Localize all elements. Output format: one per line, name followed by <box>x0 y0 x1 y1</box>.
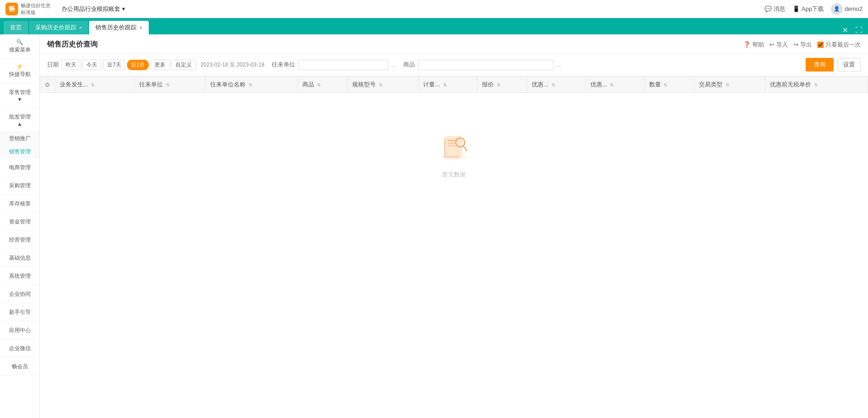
sidebar-item-member[interactable]: 畅会员 <box>0 357 39 375</box>
top-bar-right: 💬 消息 📱 App下载 👤 demo2 <box>764 3 863 15</box>
sidebar-item-search-menu[interactable]: 🔍 搜索菜单 <box>0 34 39 59</box>
th-product: 商品 ⇅ <box>297 77 347 93</box>
sort-icon-discount1[interactable]: ⇅ <box>552 82 555 87</box>
download-icon: 📱 <box>793 5 800 12</box>
sort-icon-discount2[interactable]: ⇅ <box>610 82 613 87</box>
close-purchase-tab-icon[interactable]: × <box>79 25 82 30</box>
sort-icon-unit[interactable]: ⇅ <box>443 82 447 87</box>
th-trade-type: 交易类型 ⇅ <box>694 77 765 93</box>
tab-bar: 首页 采购历史价跟踪 × 销售历史价跟踪 × ✕ ⛶ <box>0 18 868 34</box>
logo-icon: 畅 <box>5 3 18 15</box>
th-unit: 计量... ⇅ <box>419 77 477 93</box>
date-btn-last7days[interactable]: 近7天 <box>103 60 125 70</box>
import-button[interactable]: ↩ 导入 <box>769 41 788 49</box>
th-settings: ⚙ <box>40 77 55 93</box>
logo-area: 畅 畅捷信好生意 标准版 <box>5 2 51 15</box>
product-filter-group: 商品 ... <box>403 60 561 70</box>
date-btn-today[interactable]: 今天 <box>82 60 101 70</box>
sidebar-item-basic-info[interactable]: 基础信息 <box>0 249 39 267</box>
close-window-icon[interactable]: ✕ <box>840 26 850 34</box>
date-buttons: 昨天 今天 近7天 近1月 更多 自定义 <box>61 60 196 70</box>
product-input[interactable] <box>418 60 553 70</box>
empty-text: 暂无数据 <box>442 171 466 179</box>
th-partner-code: 往来单位 ⇅ <box>135 77 206 93</box>
tab-sales-history[interactable]: 销售历史价跟踪 × <box>89 21 148 34</box>
chevron-up-icon: ▼ <box>17 96 23 103</box>
date-filter-group: 日期 昨天 今天 近7天 近1月 更多 自定义 2023-02-18 至 202… <box>47 60 264 70</box>
svg-rect-5 <box>448 145 455 147</box>
empty-state: 暂无数据 <box>40 93 868 215</box>
sort-icon-qty[interactable]: ⇅ <box>664 82 667 87</box>
sort-icon-partner-name[interactable]: ⇅ <box>249 82 252 87</box>
app-selector[interactable]: 办公用品行业模拟账套 ▾ <box>61 5 125 13</box>
close-sales-tab-icon[interactable]: × <box>139 25 142 30</box>
sidebar-item-app-center[interactable]: 应用中心 <box>0 321 39 339</box>
partner-picker-icon[interactable]: ... <box>391 62 396 68</box>
sidebar-item-wholesale-mgmt[interactable]: 批发管理 ▲ <box>0 108 39 132</box>
chevron-down-icon: ▾ <box>122 5 125 12</box>
chevron-up-icon-2: ▲ <box>17 121 23 127</box>
th-quote: 报价 ⇅ <box>477 77 527 93</box>
message-button[interactable]: 💬 消息 <box>764 5 785 13</box>
page-header-actions: ❓ 帮助 ↩ 导入 ↪ 导出 只看最后一次 <box>743 41 861 49</box>
tab-purchase-history[interactable]: 采购历史价跟踪 × <box>29 21 88 34</box>
empty-illustration <box>436 129 472 165</box>
data-table: ⚙ 业务发生... ⇅ 往来单位 ⇅ 往来单位名称 ⇅ <box>40 76 868 93</box>
settings-button[interactable]: 设置 <box>837 58 861 71</box>
sidebar-item-wechat[interactable]: 企业微信 <box>0 339 39 357</box>
th-qty: 数量 ⇅ <box>644 77 694 93</box>
sidebar-item-new-guide[interactable]: 新手引导 <box>0 303 39 321</box>
th-spec: 规格型号 ⇅ <box>348 77 419 93</box>
action-buttons: 查询 设置 <box>806 58 861 71</box>
date-btn-custom[interactable]: 自定义 <box>171 60 196 70</box>
query-button[interactable]: 查询 <box>806 58 834 71</box>
date-btn-last1month[interactable]: 近1月 <box>127 60 149 70</box>
only-last-checkbox[interactable] <box>817 42 824 48</box>
sidebar-item-quick-nav[interactable]: ⚡ 快捷导航 <box>0 59 39 83</box>
only-last-toggle[interactable]: 只看最后一次 <box>817 41 861 49</box>
sort-icon-product[interactable]: ⇅ <box>317 82 321 87</box>
avatar: 👤 <box>831 3 843 15</box>
table-settings-icon[interactable]: ⚙ <box>45 81 50 88</box>
user-menu[interactable]: 👤 demo2 <box>831 3 863 15</box>
sidebar-item-operations[interactable]: 经营管理 <box>0 231 39 249</box>
sort-icon-partner-code[interactable]: ⇅ <box>166 82 170 87</box>
logo-text: 畅捷信好生意 标准版 <box>21 2 51 15</box>
sidebar-item-purchase-mgmt[interactable]: 采购管理 <box>0 176 39 195</box>
sidebar-item-sales-mgmt[interactable]: 销售管理 <box>0 145 39 158</box>
sidebar-item-system-mgmt[interactable]: 系统管理 <box>0 267 39 285</box>
th-discount2: 优惠... ⇅ <box>586 77 645 93</box>
sort-icon-trade-type[interactable]: ⇅ <box>726 82 729 87</box>
app-download-button[interactable]: 📱 App下载 <box>793 5 824 13</box>
page-title: 销售历史价查询 <box>47 40 98 49</box>
tab-home[interactable]: 首页 <box>4 21 28 34</box>
sidebar-item-finance[interactable]: 资金管理 <box>0 213 39 231</box>
partner-input[interactable] <box>298 60 388 70</box>
filter-area: 日期 昨天 今天 近7天 近1月 更多 自定义 2023-02-18 至 202… <box>40 53 868 76</box>
sidebar-item-enterprise[interactable]: 企业协同 <box>0 285 39 303</box>
date-btn-yesterday[interactable]: 昨天 <box>61 60 80 70</box>
main-layout: 🔍 搜索菜单 ⚡ 快捷导航 零售管理 ▼ 批发管理 ▲ 营销推广 销售管理 电商… <box>0 34 868 418</box>
partner-filter-group: 往来单位 ... <box>272 60 396 70</box>
sidebar-item-marketing[interactable]: 营销推广 <box>0 132 39 145</box>
sidebar-item-inventory[interactable]: 库存核算 <box>0 195 39 213</box>
sort-icon-pretax-price[interactable]: ⇅ <box>814 82 818 87</box>
nav-icon: ⚡ <box>16 63 23 70</box>
content-area: 销售历史价查询 ❓ 帮助 ↩ 导入 ↪ 导出 只看最后一次 <box>40 34 868 418</box>
export-button[interactable]: ↪ 导出 <box>793 41 812 49</box>
sidebar: 🔍 搜索菜单 ⚡ 快捷导航 零售管理 ▼ 批发管理 ▲ 营销推广 销售管理 电商… <box>0 34 40 418</box>
help-button[interactable]: ❓ 帮助 <box>743 41 764 49</box>
date-range-text: 2023-02-18 至 2023-03-18 <box>200 61 264 69</box>
date-btn-more[interactable]: 更多 <box>151 60 170 70</box>
sidebar-item-retail-mgmt[interactable]: 零售管理 ▼ <box>0 83 39 108</box>
maximize-window-icon[interactable]: ⛶ <box>854 26 864 34</box>
top-bar-left: 畅 畅捷信好生意 标准版 办公用品行业模拟账套 ▾ <box>5 2 125 15</box>
th-discount1: 优惠... ⇅ <box>527 77 586 93</box>
sidebar-item-ecommerce[interactable]: 电商管理 <box>0 158 39 176</box>
sort-icon-spec[interactable]: ⇅ <box>379 82 382 87</box>
sort-icon-biz-date[interactable]: ⇅ <box>91 82 94 87</box>
help-icon: ❓ <box>743 41 750 48</box>
product-picker-icon[interactable]: ... <box>556 62 561 68</box>
import-icon: ↩ <box>769 41 774 48</box>
sort-icon-quote[interactable]: ⇅ <box>497 82 500 87</box>
